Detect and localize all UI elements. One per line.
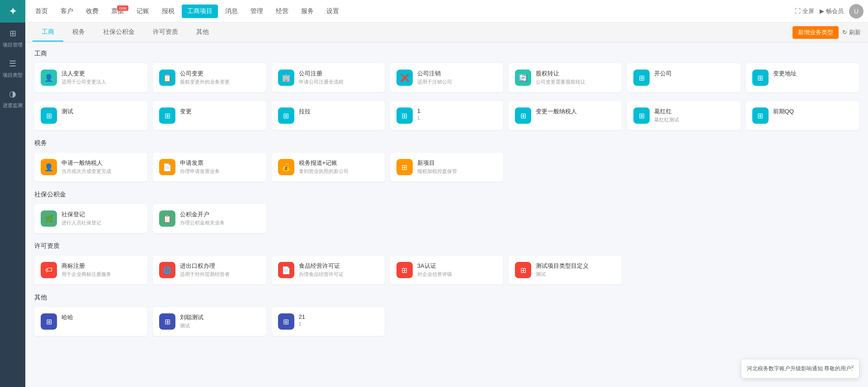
card-gs12[interactable]: ⊞ 变更一般纳税人	[509, 101, 622, 130]
card-gs13[interactable]: ⊞ 葛红红 葛红红测试	[627, 101, 740, 130]
card-title-gs9: 变更	[180, 107, 259, 116]
card-icon-ot2: ⊞	[159, 313, 175, 330]
card-subtitle-ot2: 测试	[180, 322, 259, 329]
card-gs5[interactable]: 🔄 股权转让 公司变更需要股权转让	[509, 63, 622, 92]
sidebar-item-progress-monitor[interactable]: ◑ 进度监测	[0, 83, 25, 113]
card-sw2[interactable]: 📄 申请发票 办理申请发票业务	[153, 153, 266, 182]
card-ot1[interactable]: ⊞ 哈哈	[34, 307, 147, 336]
card-icon-ot3: ⊞	[278, 313, 294, 330]
card-icon-sb1: 🌿	[41, 210, 57, 227]
card-gs1[interactable]: 👤 法人变更 适用于公司变更法人	[34, 63, 147, 92]
topnav-item-settings[interactable]: 设置	[321, 5, 344, 18]
topnav-item-invoice[interactable]: 票据 new	[106, 5, 129, 18]
card-sw1[interactable]: 👤 申请一般纳税人 当月或次月成变更完成	[34, 153, 147, 182]
tabs-left: 工商 税务 社保公积金 许可资质 其他	[33, 23, 218, 42]
card-subtitle-sw4: 报税加税控盘保管	[417, 168, 497, 175]
card-sw4[interactable]: ⊞ 新项目 报税加税控盘保管	[390, 153, 503, 182]
section-title-shebao: 社保公积金	[34, 191, 859, 199]
card-title-gs11: 1	[417, 107, 497, 114]
card-gs11[interactable]: ⊞ 1 1	[390, 101, 503, 130]
card-gs9[interactable]: ⊞ 变更	[153, 101, 266, 130]
topnav-item-industrial[interactable]: 工商项目	[182, 5, 218, 18]
card-xk3[interactable]: 📄 食品经营许可证 办理食品经营许可证	[272, 256, 385, 284]
card-gs3[interactable]: 🏢 公司注册 申请公司注册全流程	[272, 63, 385, 92]
card-sw3[interactable]: 💰 税务报道+记账 拿到营业执照的新公司	[272, 153, 385, 182]
card-ot3[interactable]: ⊞ 21 1	[272, 307, 385, 336]
card-title-xk4: 3A认证	[417, 262, 497, 270]
card-xk5[interactable]: ⊞ 测试项目类型目定义 测试	[509, 256, 622, 284]
card-icon-gs13: ⊞	[633, 107, 650, 124]
card-title-gs2: 公司变更	[180, 70, 259, 78]
card-title-ot2: 刘聪测试	[180, 313, 259, 322]
xuke-cards: 🏷 商标注册 用于企业商标注册服务 🌐 进出口权办理 适用于对外贸易经营者	[34, 256, 859, 284]
card-subtitle-sb1: 进行人员社保登记	[61, 219, 141, 226]
card-subtitle-gs1: 适用于公司变更法人	[61, 79, 141, 85]
sidebar-logo: ✦	[0, 0, 25, 23]
card-xk2[interactable]: 🌐 进出口权办理 适用于对外贸易经营者	[153, 256, 266, 284]
card-xk1[interactable]: 🏷 商标注册 用于企业商标注册服务	[34, 256, 147, 284]
card-icon-xk3: 📄	[278, 262, 294, 278]
card-title-sw1: 申请一般纳税人	[61, 159, 141, 167]
content: 工商 税务 社保公积金 许可资质 其他 新增业务类型 ↻ 刷新 工商	[25, 23, 868, 387]
topnav-item-customer[interactable]: 客户	[55, 5, 79, 18]
refresh-button[interactable]: ↻ 刷新	[842, 26, 861, 39]
tab-shuiwu[interactable]: 税务	[63, 23, 94, 42]
topnav-item-message[interactable]: 消息	[220, 5, 243, 18]
card-subtitle-ot3: 1	[299, 321, 378, 326]
card-title-gs7: 变更地址	[773, 70, 853, 78]
card-gs6[interactable]: ⊞ 开公司	[627, 63, 740, 92]
card-title-sb1: 社保登记	[61, 210, 141, 219]
notification-close-button[interactable]: ×	[851, 363, 854, 370]
card-gs2[interactable]: 📋 公司变更 股权变更外的业务变更	[153, 63, 266, 92]
topnav-item-accounting[interactable]: 记账	[131, 5, 155, 18]
card-title-gs5: 股权转让	[536, 70, 615, 78]
topnav-item-operation[interactable]: 经营	[270, 5, 294, 18]
tab-other[interactable]: 其他	[187, 23, 218, 42]
tab-xuke[interactable]: 许可资质	[144, 23, 187, 42]
card-gs4[interactable]: ❌ 公司注销 适用于注销公司	[390, 63, 503, 92]
topnav-item-home[interactable]: 首页	[30, 5, 53, 18]
card-sb1[interactable]: 🌿 社保登记 进行人员社保登记	[34, 204, 147, 233]
card-gs8[interactable]: ⊞ 测试	[34, 101, 147, 130]
card-subtitle-sw3: 拿到营业执照的新公司	[299, 168, 378, 175]
shuiwu-cards: 👤 申请一般纳税人 当月或次月成变更完成 📄 申请发票 办理申请发票业务	[34, 153, 859, 182]
card-icon-gs9: ⊞	[159, 107, 175, 124]
card-subtitle-gs11: 1	[417, 115, 497, 121]
card-ot2[interactable]: ⊞ 刘聪测试 测试	[153, 307, 266, 336]
card-title-sw2: 申请发票	[180, 159, 259, 167]
topnav-item-service[interactable]: 服务	[296, 5, 319, 18]
topnav-items: 首页 客户 收费 票据 new 记账 报税 工商项目 消息 管理 经营 服务 设…	[30, 5, 795, 18]
sidebar-item-project-type[interactable]: ☰ 项目类型	[0, 53, 25, 83]
card-title-xk5: 测试项目类型目定义	[536, 262, 615, 270]
add-type-button[interactable]: 新增业务类型	[793, 26, 839, 39]
card-icon-gs11: ⊞	[396, 107, 413, 124]
card-sb2[interactable]: 📋 公积金开户 办理公积金相关业务	[153, 204, 266, 233]
other-cards: ⊞ 哈哈 ⊞ 刘聪测试 测试 ⊞	[34, 307, 859, 336]
card-subtitle-gs5: 公司变更需要股权转让	[536, 79, 615, 85]
card-xk4[interactable]: ⊞ 3A认证 对企业信誉评级	[390, 256, 503, 284]
shebao-cards: 🌿 社保登记 进行人员社保登记 📋 公积金开户 办理公积金相关业务	[34, 204, 859, 233]
tab-gongshang[interactable]: 工商	[33, 23, 63, 42]
card-gs10[interactable]: ⊞ 拉拉	[272, 101, 385, 130]
card-subtitle-xk1: 用于企业商标注册服务	[61, 271, 141, 278]
sidebar-item-project-manage[interactable]: ⊞ 项目管理	[0, 23, 25, 53]
card-title-xk1: 商标注册	[61, 262, 141, 270]
fullscreen-button[interactable]: ⛶ 全屏	[795, 7, 814, 15]
vip-button[interactable]: ▶ 畅会员	[820, 7, 844, 15]
card-gs14[interactable]: ⊞ 前期QQ	[746, 101, 859, 130]
refresh-icon: ↻	[842, 29, 847, 36]
card-icon-xk1: 🏷	[41, 262, 57, 278]
topnav-item-billing[interactable]: 收费	[80, 5, 104, 18]
card-title-gs8: 测试	[61, 107, 141, 116]
topnav-item-management[interactable]: 管理	[245, 5, 269, 18]
topnav-right: ⛶ 全屏 ▶ 畅会员 U	[795, 4, 863, 19]
tab-shebao[interactable]: 社保公积金	[94, 23, 144, 42]
fullscreen-icon: ⛶	[795, 8, 801, 14]
card-subtitle-gs13: 葛红红测试	[654, 117, 734, 123]
topnav-item-tax[interactable]: 报税	[156, 5, 180, 18]
card-gs7[interactable]: ⊞ 变更地址	[746, 63, 859, 92]
notification-panel: × 河北税务数字账户升级影响通知 尊敬的用户:	[741, 359, 859, 378]
card-icon-gs7: ⊞	[752, 70, 769, 86]
avatar[interactable]: U	[849, 4, 863, 19]
card-title-gs3: 公司注册	[299, 70, 378, 78]
